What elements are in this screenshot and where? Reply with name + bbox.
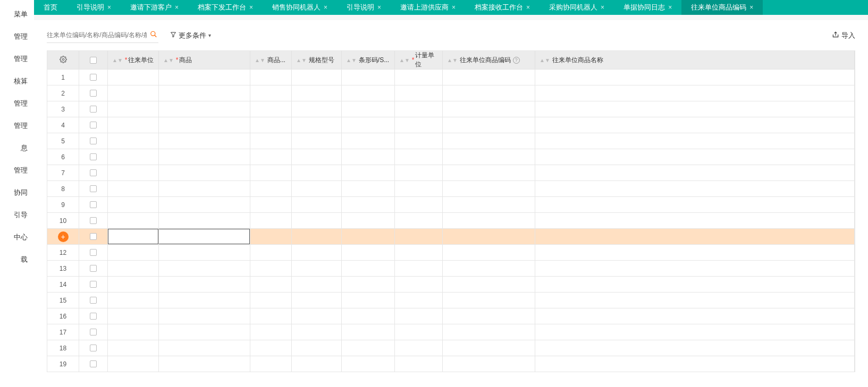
close-icon[interactable]: × xyxy=(175,4,179,11)
col-spec[interactable]: ▲▼规格型号 xyxy=(292,51,342,69)
cell[interactable] xyxy=(395,149,443,165)
cell[interactable] xyxy=(535,197,855,212)
row-checkbox[interactable] xyxy=(90,249,97,256)
cell-input[interactable] xyxy=(159,229,250,244)
tab[interactable]: 邀请上游供应商× xyxy=(391,0,465,15)
cell[interactable] xyxy=(443,197,535,212)
cell[interactable] xyxy=(292,324,342,340)
row-checkbox[interactable] xyxy=(90,345,97,351)
sidebar-item[interactable]: 核算 xyxy=(0,70,32,92)
cell[interactable] xyxy=(342,149,395,165)
cell[interactable] xyxy=(108,213,159,228)
cell[interactable] xyxy=(108,85,159,101)
cell[interactable] xyxy=(535,149,855,165)
table-row[interactable]: 7 xyxy=(47,165,855,180)
table-row[interactable]: 9 xyxy=(47,196,855,212)
cell[interactable] xyxy=(108,133,159,149)
cell[interactable] xyxy=(342,197,395,212)
cell[interactable] xyxy=(292,213,342,228)
cell[interactable] xyxy=(292,261,342,276)
cell[interactable] xyxy=(292,245,342,260)
cell[interactable] xyxy=(250,213,292,228)
cell[interactable] xyxy=(395,197,443,212)
sidebar-item[interactable]: 管理 xyxy=(0,48,32,70)
cell[interactable] xyxy=(159,133,250,149)
tab[interactable]: 引导说明× xyxy=(337,0,391,15)
tab[interactable]: 邀请下游客户× xyxy=(121,0,188,15)
table-row[interactable]: 17 xyxy=(47,324,855,340)
row-checkbox[interactable] xyxy=(90,265,97,272)
tab[interactable]: 单据协同日志× xyxy=(614,0,681,15)
cell[interactable] xyxy=(395,133,443,149)
cell[interactable] xyxy=(395,324,443,340)
cell[interactable] xyxy=(395,165,443,180)
col-org[interactable]: ▲▼*往来单位 xyxy=(108,51,159,69)
cell[interactable] xyxy=(342,324,395,340)
cell[interactable] xyxy=(395,356,443,372)
row-checkbox[interactable] xyxy=(90,297,97,304)
cell[interactable] xyxy=(292,85,342,101)
cell[interactable] xyxy=(535,245,855,260)
cell[interactable] xyxy=(535,324,855,340)
sidebar-item[interactable]: 息 xyxy=(0,137,32,159)
cell[interactable] xyxy=(250,356,292,372)
cell[interactable] xyxy=(250,70,292,85)
cell[interactable] xyxy=(159,70,250,85)
cell[interactable] xyxy=(535,356,855,372)
cell[interactable] xyxy=(443,340,535,356)
sidebar-item[interactable]: 协同 xyxy=(0,182,32,204)
table-row[interactable]: 13 xyxy=(47,260,855,276)
sidebar-item[interactable]: 中心 xyxy=(0,226,32,248)
cell[interactable] xyxy=(108,70,159,85)
cell[interactable] xyxy=(250,245,292,260)
cell[interactable] xyxy=(250,277,292,292)
cell[interactable] xyxy=(535,85,855,101)
cell[interactable] xyxy=(395,340,443,356)
cell[interactable] xyxy=(443,356,535,372)
cell[interactable] xyxy=(159,277,250,292)
sidebar-item[interactable]: 管理 xyxy=(0,115,32,137)
cell-input[interactable] xyxy=(108,229,158,244)
cell[interactable] xyxy=(395,308,443,324)
cell[interactable] xyxy=(108,165,159,180)
cell[interactable] xyxy=(108,340,159,356)
close-icon[interactable]: × xyxy=(107,4,111,11)
cell[interactable] xyxy=(250,149,292,165)
cell[interactable] xyxy=(108,245,159,260)
cell[interactable] xyxy=(159,149,250,165)
cell[interactable] xyxy=(292,70,342,85)
cell[interactable] xyxy=(108,277,159,292)
cell[interactable] xyxy=(535,165,855,180)
col-barcode[interactable]: ▲▼条形码/S... xyxy=(342,51,395,69)
cell[interactable] xyxy=(292,133,342,149)
table-row[interactable]: 5 xyxy=(47,133,855,149)
tab-active[interactable]: 往来单位商品编码× xyxy=(681,0,763,15)
sidebar-item[interactable]: 管理 xyxy=(0,159,32,182)
cell[interactable] xyxy=(159,181,250,196)
cell[interactable] xyxy=(342,308,395,324)
row-checkbox[interactable] xyxy=(90,169,97,176)
cell[interactable] xyxy=(443,117,535,133)
row-checkbox[interactable] xyxy=(90,106,97,113)
cell[interactable] xyxy=(535,229,855,244)
cell[interactable] xyxy=(159,308,250,324)
cell[interactable] xyxy=(159,356,250,372)
cell[interactable] xyxy=(342,117,395,133)
cell[interactable] xyxy=(443,229,535,244)
cell[interactable] xyxy=(443,101,535,117)
cell[interactable] xyxy=(159,245,250,260)
cell[interactable] xyxy=(535,277,855,292)
sidebar-item[interactable]: 菜单 xyxy=(0,3,32,25)
cell[interactable] xyxy=(250,181,292,196)
table-row[interactable]: 15 xyxy=(47,292,855,308)
col-prod[interactable]: ▲▼*商品 xyxy=(159,51,250,69)
col-org-prod-code[interactable]: ▲▼往来单位商品编码? xyxy=(443,51,535,69)
cell[interactable] xyxy=(292,165,342,180)
cell[interactable] xyxy=(342,165,395,180)
cell[interactable] xyxy=(159,261,250,276)
tab-home[interactable]: 首页 xyxy=(34,0,67,15)
table-row[interactable]: 6 xyxy=(47,149,855,165)
cell[interactable] xyxy=(159,117,250,133)
cell[interactable] xyxy=(535,340,855,356)
cell[interactable] xyxy=(108,101,159,117)
